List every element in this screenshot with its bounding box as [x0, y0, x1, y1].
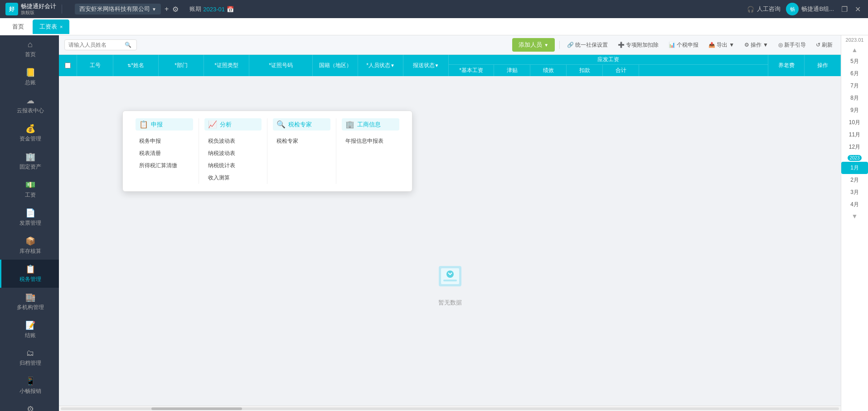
month-4[interactable]: 4月 [841, 198, 868, 211]
popup-item-tax-expert[interactable]: 税检专家 [273, 135, 330, 147]
empty-state-icon [432, 257, 468, 293]
sidebar-item-ledger[interactable]: 📒 总账 [0, 63, 59, 91]
month-1[interactable]: 1月 [841, 162, 868, 174]
th-status: *人员状态 ▼ [358, 55, 403, 76]
sidebar-item-payroll[interactable]: 💵 工资 [0, 175, 59, 203]
sidebar-item-basic-settings[interactable]: ⚙ 基础设置 [0, 400, 59, 411]
sidebar-label-invoice: 发票管理 [19, 219, 41, 227]
bottom-scrollbar[interactable] [59, 406, 841, 411]
app-name: 畅捷通好会计 [21, 3, 56, 10]
popup-item-tax-declaration[interactable]: 税务申报 [136, 135, 193, 147]
sidebar-item-inventory[interactable]: 📦 库存核算 [0, 232, 59, 260]
operate-icon: ⚙ [744, 42, 749, 48]
checkbox-all[interactable] [65, 63, 71, 68]
app-logo: 好 畅捷通好会计 旗舰版 [5, 3, 56, 15]
help-button[interactable]: 🎧 人工咨询 [747, 5, 781, 13]
company-selector[interactable]: 西安虾米网络科技有限公司 ▼ [75, 4, 161, 15]
popup-item-tax-stats[interactable]: 纳税统计表 [204, 160, 262, 172]
popup-section-declaration: 📋 申报 税务申报 税表清册 所得税汇算清缴 [130, 118, 199, 184]
add-company-icon[interactable]: + [165, 5, 169, 13]
fixed-assets-icon: 🏢 [25, 152, 35, 162]
refresh-btn[interactable]: ↺ 刷新 [813, 40, 835, 50]
special-deduct-icon: ➕ [618, 42, 625, 48]
guide-icon: ◎ [778, 42, 783, 48]
export-btn[interactable]: 📤 导出 ▼ [706, 40, 737, 50]
popup-item-tax-list[interactable]: 税表清册 [136, 147, 193, 160]
month-2[interactable]: 2月 [841, 174, 868, 186]
restore-button[interactable]: ❐ [839, 4, 849, 15]
month-10[interactable]: 10月 [841, 116, 868, 129]
popup-item-income-tax-settlement[interactable]: 所得税汇算清缴 [136, 160, 193, 172]
settings-icon[interactable]: ⚙ [172, 5, 179, 14]
month-11[interactable]: 11月 [841, 129, 868, 141]
operate-btn[interactable]: ⚙ 操作 ▼ [742, 40, 771, 50]
sidebar-item-fixed-assets[interactable]: 🏢 固定资产 [0, 147, 59, 175]
sidebar-item-xiaochang[interactable]: 📱 小畅报销 [0, 372, 59, 400]
th-total: 合计 [603, 65, 639, 76]
close-button[interactable]: ✕ [853, 4, 863, 15]
popup-item-annual-report[interactable]: 年报信息申报表 [342, 135, 400, 147]
add-employee-button[interactable]: 添加人员 ▼ [512, 38, 555, 52]
search-input[interactable] [68, 42, 123, 48]
home-tab[interactable]: 首页 [5, 19, 31, 34]
filter-icon[interactable]: ▼ [390, 63, 395, 68]
sidebar-item-tax[interactable]: 📋 税务管理 [0, 260, 59, 288]
filter-icon-2[interactable]: ▼ [435, 63, 439, 68]
tax-expert-title: 税检专家 [288, 121, 312, 129]
chevron-down-icon: ▼ [152, 7, 156, 12]
sidebar-item-archive[interactable]: 🗂 归档管理 [0, 344, 59, 372]
popup-item-tax-burden[interactable]: 税负波动表 [204, 135, 262, 147]
popup-item-income-estimate[interactable]: 收入测算 [204, 172, 262, 184]
th-name: ⇅ *姓名 [113, 55, 159, 76]
popup-section-business-info: 🏢 工商信息 年报信息申报表 [336, 118, 405, 184]
month-7[interactable]: 7月 [841, 80, 868, 92]
month-8[interactable]: 8月 [841, 92, 868, 104]
th-wage-group: 应发工资 *基本工资 津贴 绩效 扣款 合计 [449, 55, 768, 76]
payroll-tab[interactable]: 工资表 × [33, 19, 69, 34]
th-wage-sub: *基本工资 津贴 绩效 扣款 合计 [449, 65, 768, 76]
add-employee-label: 添加人员 [519, 41, 542, 49]
sidebar-item-closing[interactable]: 📝 结账 [0, 316, 59, 344]
scroll-up-btn[interactable]: ▲ [841, 44, 868, 55]
help-label: 人工咨询 [757, 5, 781, 13]
home-icon: ⌂ [28, 40, 33, 49]
tax-return-icon: 📊 [669, 42, 675, 48]
user-menu[interactable]: 畅 畅捷通B组... [786, 3, 834, 15]
fund-icon: 💰 [25, 124, 35, 134]
table-header: 工号 ⇅ *姓名 *部门 *证照类型 *证照号码 国籍（地区） *人员状态 ▼ … [59, 55, 841, 76]
sidebar-label-fund: 资金管理 [19, 135, 41, 143]
tax-return-btn[interactable]: 📊 个税申报 [666, 40, 701, 50]
sidebar-item-invoice[interactable]: 📄 发票管理 [0, 203, 59, 232]
popup-item-tax-fluctuation[interactable]: 纳税波动表 [204, 147, 262, 160]
sidebar-label-payroll: 工资 [25, 191, 36, 199]
month-9[interactable]: 9月 [841, 104, 868, 116]
th-performance: 绩效 [530, 65, 567, 76]
popup-section-declaration-header: 📋 申报 [136, 118, 193, 131]
search-field[interactable]: 🔍 [64, 39, 137, 50]
popup-section-tax-expert: 🔍 税检专家 税检专家 [267, 118, 336, 184]
ledger-icon: 📒 [25, 68, 35, 77]
sidebar-item-fund[interactable]: 💰 资金管理 [0, 119, 59, 147]
tax-return-label: 个税申报 [677, 41, 698, 49]
month-5[interactable]: 5月 [841, 55, 868, 68]
archive-icon: 🗂 [26, 348, 34, 358]
period-display: 2023.01 [846, 35, 864, 44]
social-security-btn[interactable]: 🔗 统一社保设置 [564, 40, 611, 50]
special-deduct-btn[interactable]: ➕ 专项附加扣除 [615, 40, 661, 50]
month-3[interactable]: 3月 [841, 186, 868, 198]
scrollbar-thumb[interactable] [151, 407, 242, 410]
scroll-down-btn[interactable]: ▼ [841, 211, 868, 222]
month-12[interactable]: 12月 [841, 141, 868, 153]
tab-close-icon[interactable]: × [60, 24, 63, 29]
sidebar-item-multi-org[interactable]: 🏬 多机构管理 [0, 288, 59, 316]
sidebar-label-home: 首页 [25, 51, 36, 58]
month-6[interactable]: 6月 [841, 68, 868, 80]
select-all-checkbox[interactable] [59, 55, 77, 76]
popup-menu: 📋 申报 税务申报 税表清册 所得税汇算清缴 📈 分析 税负波动表 [122, 111, 412, 192]
sort-icon: ⇅ [127, 63, 131, 68]
year-label-2023: 2023 [848, 155, 861, 161]
sidebar-item-cloud-report[interactable]: ☁ 云报表中心 [0, 91, 59, 119]
calendar-icon[interactable]: 📅 [227, 6, 234, 13]
sidebar-item-home[interactable]: ⌂ 首页 [0, 35, 59, 63]
guide-btn[interactable]: ◎ 新手引导 [776, 40, 809, 50]
